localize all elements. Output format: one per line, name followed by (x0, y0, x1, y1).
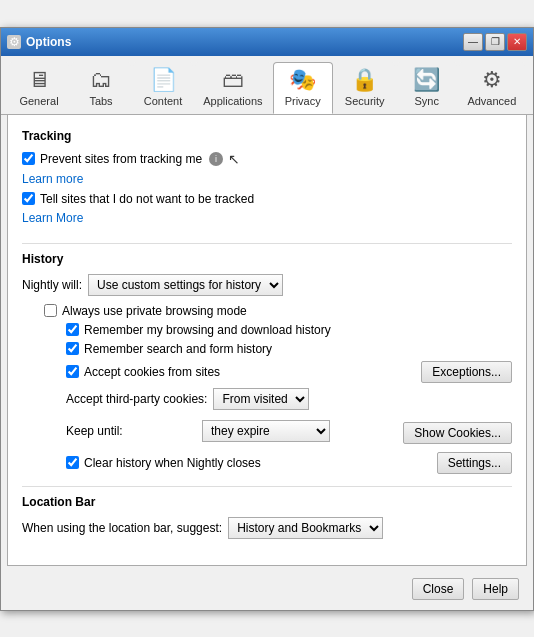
location-bar-title: Location Bar (22, 495, 512, 509)
remember-browsing-label: Remember my browsing and download histor… (84, 323, 331, 337)
keep-until-label: Keep until: (66, 424, 196, 438)
tab-applications-label: Applications (203, 95, 262, 107)
window-icon: ⚙ (7, 35, 21, 49)
privacy-icon: 🎭 (289, 67, 316, 93)
tab-bar: 🖥 General 🗂 Tabs 📄 Content 🗃 Application… (1, 56, 533, 115)
tab-applications[interactable]: 🗃 Applications (195, 62, 271, 114)
do-not-track-checkbox[interactable] (22, 192, 35, 205)
prevent-tracking-row: Prevent sites from tracking me i ↖ (22, 151, 512, 167)
window-controls: — ❐ ✕ (463, 33, 527, 51)
history-dropdown-row: Nightly will: Remember history Never rem… (22, 274, 512, 296)
tracking-section: Tracking Prevent sites from tracking me … (22, 129, 512, 231)
bottom-bar: Close Help (1, 572, 533, 610)
show-cookies-button[interactable]: Show Cookies... (403, 422, 512, 444)
clear-history-row: Clear history when Nightly closes Settin… (66, 452, 512, 474)
tab-privacy[interactable]: 🎭 Privacy (273, 62, 333, 114)
title-bar: ⚙ Options — ❐ ✕ (1, 28, 533, 56)
history-title: History (22, 252, 512, 266)
remember-search-checkbox[interactable] (66, 342, 79, 355)
remember-search-label: Remember search and form history (84, 342, 272, 356)
third-party-row: Accept third-party cookies: Always From … (66, 388, 512, 415)
tab-content[interactable]: 📄 Content (133, 62, 193, 114)
info-icon[interactable]: i (209, 152, 223, 166)
applications-icon: 🗃 (222, 67, 244, 93)
remember-browsing-checkbox[interactable] (66, 323, 79, 336)
main-content: Tracking Prevent sites from tracking me … (7, 115, 527, 566)
suggest-dropdown[interactable]: History and Bookmarks History Bookmarks … (228, 517, 383, 539)
accept-cookies-row: Accept cookies from sites Exceptions... (66, 361, 512, 383)
cursor: ↖ (228, 151, 240, 167)
tab-advanced-label: Advanced (467, 95, 516, 107)
keep-until-row: Keep until: they expire I close Firefox … (66, 420, 512, 447)
private-browsing-checkbox[interactable] (44, 304, 57, 317)
do-not-track-row: Tell sites that I do not want to be trac… (22, 192, 512, 206)
history-section: History Nightly will: Remember history N… (22, 252, 512, 474)
accept-cookies-left: Accept cookies from sites (66, 365, 220, 379)
options-window: ⚙ Options — ❐ ✕ 🖥 General 🗂 Tabs 📄 Conte… (0, 27, 534, 611)
do-not-track-label: Tell sites that I do not want to be trac… (40, 192, 254, 206)
minimize-button[interactable]: — (463, 33, 483, 51)
tracking-title: Tracking (22, 129, 512, 143)
tab-general[interactable]: 🖥 General (9, 62, 69, 114)
divider-2 (22, 486, 512, 487)
tab-general-label: General (19, 95, 58, 107)
close-window-button[interactable]: ✕ (507, 33, 527, 51)
tabs-icon: 🗂 (90, 67, 112, 93)
prevent-tracking-checkbox[interactable] (22, 152, 35, 165)
remember-browsing-row: Remember my browsing and download histor… (66, 323, 512, 337)
sync-icon: 🔄 (413, 67, 440, 93)
keep-until-left: Keep until: they expire I close Firefox … (66, 420, 330, 442)
tab-content-label: Content (144, 95, 183, 107)
suggest-label: When using the location bar, suggest: (22, 521, 222, 535)
third-party-label: Accept third-party cookies: (66, 392, 207, 406)
tab-sync[interactable]: 🔄 Sync (397, 62, 457, 114)
tab-security-label: Security (345, 95, 385, 107)
tab-sync-label: Sync (414, 95, 438, 107)
tab-tabs[interactable]: 🗂 Tabs (71, 62, 131, 114)
accept-cookies-label: Accept cookies from sites (84, 365, 220, 379)
private-browsing-label: Always use private browsing mode (62, 304, 247, 318)
keep-until-dropdown[interactable]: they expire I close Firefox ask me every… (202, 420, 330, 442)
content-icon: 📄 (150, 67, 177, 93)
history-dropdown[interactable]: Remember history Never remember history … (88, 274, 283, 296)
prevent-tracking-label: Prevent sites from tracking me (40, 152, 202, 166)
settings-button[interactable]: Settings... (437, 452, 512, 474)
divider-1 (22, 243, 512, 244)
tab-privacy-label: Privacy (285, 95, 321, 107)
learn-more-1-link[interactable]: Learn more (22, 172, 83, 186)
clear-history-checkbox[interactable] (66, 456, 79, 469)
third-party-dropdown[interactable]: Always From visited Never (213, 388, 309, 410)
tab-tabs-label: Tabs (89, 95, 112, 107)
help-button[interactable]: Help (472, 578, 519, 600)
advanced-icon: ⚙ (482, 67, 502, 93)
restore-button[interactable]: ❐ (485, 33, 505, 51)
close-button[interactable]: Close (412, 578, 465, 600)
learn-more-2-link[interactable]: Learn More (22, 211, 83, 225)
nightly-will-label: Nightly will: (22, 278, 82, 292)
remember-search-row: Remember search and form history (66, 342, 512, 356)
third-party-left: Accept third-party cookies: Always From … (66, 388, 309, 410)
tab-advanced[interactable]: ⚙ Advanced (459, 62, 525, 114)
window-title: Options (26, 35, 71, 49)
tab-security[interactable]: 🔒 Security (335, 62, 395, 114)
accept-cookies-checkbox[interactable] (66, 365, 79, 378)
clear-history-label: Clear history when Nightly closes (84, 456, 261, 470)
private-browsing-row: Always use private browsing mode (44, 304, 512, 318)
location-suggest-row: When using the location bar, suggest: Hi… (22, 517, 512, 539)
exceptions-button[interactable]: Exceptions... (421, 361, 512, 383)
clear-history-left: Clear history when Nightly closes (66, 456, 261, 470)
location-bar-section: Location Bar When using the location bar… (22, 495, 512, 539)
general-icon: 🖥 (28, 67, 50, 93)
security-icon: 🔒 (351, 67, 378, 93)
